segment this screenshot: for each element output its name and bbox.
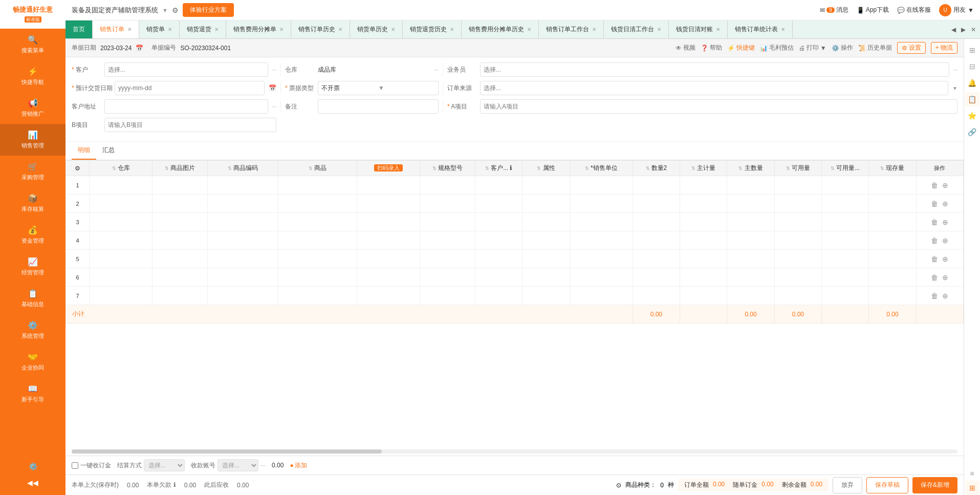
- table-cell[interactable]: [357, 250, 420, 268]
- table-cell[interactable]: [774, 231, 821, 250]
- account-select[interactable]: 选择...: [217, 459, 258, 471]
- table-cell[interactable]: [420, 176, 475, 195]
- copy-row-btn[interactable]: ⊕: [941, 254, 949, 264]
- table-cell[interactable]: [821, 231, 868, 250]
- table-cell[interactable]: [522, 213, 570, 231]
- table-cell[interactable]: [869, 250, 916, 268]
- table-cell[interactable]: [278, 287, 357, 305]
- table-cell[interactable]: [420, 287, 475, 305]
- right-icon-list[interactable]: ≡: [965, 466, 979, 481]
- table-cell[interactable]: [522, 287, 570, 305]
- salesperson-input[interactable]: [480, 62, 949, 77]
- table-cell[interactable]: [869, 176, 916, 195]
- table-cell[interactable]: [153, 287, 208, 305]
- table-cell[interactable]: [727, 213, 774, 231]
- right-icon-1[interactable]: ⊞: [965, 43, 979, 57]
- table-cell[interactable]: [570, 213, 633, 231]
- scroll-track[interactable]: [72, 449, 957, 454]
- table-cell[interactable]: [821, 250, 868, 268]
- sidebar-item-finance[interactable]: 💰 资金管理: [0, 219, 66, 251]
- topbar-gear-icon[interactable]: ⚙: [172, 6, 179, 14]
- table-cell[interactable]: [357, 287, 420, 305]
- copy-row-btn[interactable]: ⊕: [941, 180, 949, 190]
- customer-input[interactable]: [104, 62, 268, 77]
- table-cell[interactable]: [727, 268, 774, 287]
- table-cell[interactable]: [420, 213, 475, 231]
- table-cell[interactable]: [475, 213, 522, 231]
- profit-action[interactable]: 📊 毛利预估: [760, 44, 794, 52]
- preview-action[interactable]: 👁 视频: [676, 44, 695, 52]
- delete-row-btn[interactable]: 🗑: [930, 254, 939, 264]
- table-cell[interactable]: [475, 231, 522, 250]
- table-cell[interactable]: [570, 268, 633, 287]
- sidebar-settings-btn[interactable]: ⚙️: [0, 458, 66, 475]
- history-action[interactable]: 📜 历史单据: [858, 44, 892, 52]
- delete-row-btn[interactable]: 🗑: [930, 291, 939, 301]
- table-cell[interactable]: [90, 268, 153, 287]
- table-cell[interactable]: [680, 195, 727, 213]
- table-cell[interactable]: [774, 213, 821, 231]
- settings-icon[interactable]: ⚙: [75, 165, 80, 172]
- right-icon-6[interactable]: 🔗: [965, 125, 979, 139]
- tab-close[interactable]: ✕: [214, 27, 219, 32]
- table-cell[interactable]: [727, 287, 774, 305]
- table-cell[interactable]: [90, 213, 153, 231]
- tab-refund-history[interactable]: 销货退货历史 ✕: [403, 20, 462, 39]
- tab-sales-return[interactable]: 销货单 ✕: [139, 20, 180, 39]
- address-dots[interactable]: ···: [272, 104, 276, 110]
- table-cell[interactable]: [278, 176, 357, 195]
- invoice-type-select[interactable]: 不开票 ▼: [318, 81, 439, 95]
- table-cell[interactable]: [680, 268, 727, 287]
- table-cell[interactable]: [522, 231, 570, 250]
- add-btn[interactable]: ● 添加: [290, 461, 307, 470]
- table-cell[interactable]: [821, 213, 868, 231]
- tab-close[interactable]: ✕: [657, 27, 661, 32]
- table-cell[interactable]: [420, 195, 475, 213]
- table-cell[interactable]: [90, 231, 153, 250]
- settings-btn[interactable]: ⚙ 设置: [897, 42, 926, 54]
- sidebar-item-enterprise[interactable]: 🤝 企业协同: [0, 346, 66, 378]
- warehouse-dots[interactable]: ···: [434, 67, 439, 73]
- tab-summary[interactable]: 汇总: [96, 142, 121, 160]
- table-cell[interactable]: [727, 250, 774, 268]
- delete-row-btn[interactable]: 🗑: [930, 180, 939, 190]
- delete-row-btn[interactable]: 🗑: [930, 217, 939, 227]
- tab-expense-split[interactable]: 销售费用分摊单 ✕: [226, 20, 291, 39]
- scan-btn[interactable]: 扫码录入: [374, 164, 403, 171]
- table-cell[interactable]: [522, 250, 570, 268]
- sidebar-item-quick[interactable]: ⚡ 快捷导航: [0, 60, 66, 92]
- table-cell[interactable]: [90, 287, 153, 305]
- table-cell[interactable]: [475, 268, 522, 287]
- tab-close[interactable]: ✕: [279, 27, 284, 32]
- table-cell[interactable]: [774, 195, 821, 213]
- table-cell[interactable]: [774, 268, 821, 287]
- sidebar-item-basic[interactable]: 📋 基础信息: [0, 283, 66, 314]
- table-cell[interactable]: [278, 250, 357, 268]
- right-icon-4[interactable]: 📋: [965, 92, 979, 106]
- table-cell[interactable]: [90, 250, 153, 268]
- customer-dots[interactable]: ···: [272, 67, 276, 73]
- table-cell[interactable]: [357, 231, 420, 250]
- table-cell[interactable]: [633, 213, 680, 231]
- collect-deposit-check[interactable]: [72, 462, 78, 469]
- table-cell[interactable]: [357, 268, 420, 287]
- table-cell[interactable]: [207, 268, 278, 287]
- table-cell[interactable]: [475, 287, 522, 305]
- table-cell[interactable]: [278, 195, 357, 213]
- table-cell[interactable]: [680, 213, 727, 231]
- tab-sales-order[interactable]: 销售订单 ✕: [93, 20, 139, 39]
- tab-cash-workbench[interactable]: 钱货日清工作台 ✕: [604, 20, 669, 39]
- table-cell[interactable]: [570, 231, 633, 250]
- table-cell[interactable]: [869, 231, 916, 250]
- table-cell[interactable]: [774, 176, 821, 195]
- table-cell[interactable]: [153, 231, 208, 250]
- delete-row-btn[interactable]: 🗑: [930, 272, 939, 283]
- tab-expense-history[interactable]: 销售费用分摊单历史 ✕: [462, 20, 539, 39]
- sidebar-item-marketing[interactable]: 📢 营销推广: [0, 92, 66, 124]
- table-cell[interactable]: [357, 176, 420, 195]
- tab-close[interactable]: ✕: [391, 27, 395, 32]
- copy-row-btn[interactable]: ⊕: [941, 272, 949, 283]
- right-icon-3[interactable]: 🔔: [965, 76, 979, 90]
- tab-detail[interactable]: 明细: [72, 142, 96, 160]
- payment-select[interactable]: 选择...: [144, 459, 185, 471]
